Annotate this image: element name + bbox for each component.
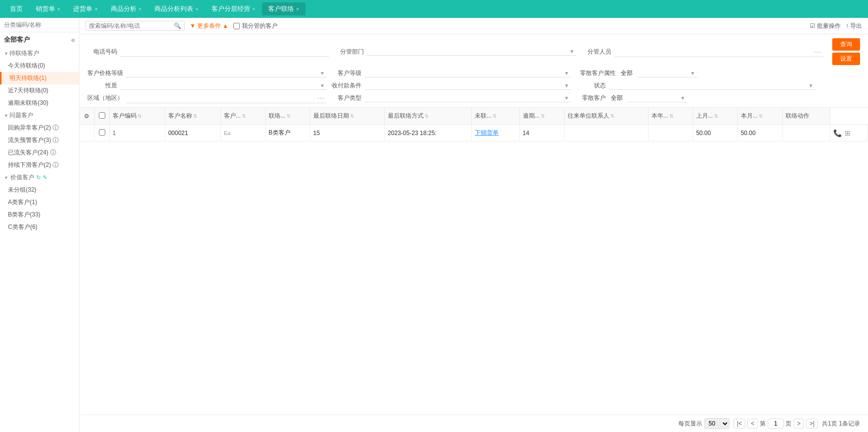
filter-payment: 收付款条件 ▼ bbox=[332, 81, 571, 90]
sort-this-year-icon[interactable]: ⇅ bbox=[669, 113, 673, 119]
contact-method-link[interactable]: 下销货单 bbox=[475, 129, 499, 136]
phone-input[interactable] bbox=[120, 47, 329, 57]
sidebar-item-tomorrow[interactable]: 明天待联络(1) bbox=[0, 72, 79, 84]
action-grid-icon[interactable]: ⊞ bbox=[845, 129, 851, 137]
retail-customer-arrow: ▼ bbox=[680, 95, 685, 101]
current-page-input[interactable] bbox=[768, 419, 784, 429]
payment-select[interactable]: ▼ bbox=[364, 82, 571, 90]
row-select-checkbox[interactable] bbox=[99, 129, 105, 136]
nav-customer-contact[interactable]: 客户联络 × bbox=[262, 2, 305, 15]
nav-purchase-close[interactable]: × bbox=[94, 6, 97, 12]
sort-type-icon[interactable]: ⇅ bbox=[242, 113, 246, 119]
nature-select[interactable]: ▼ bbox=[120, 82, 327, 90]
sidebar-item-week7[interactable]: 近7天待联络(0) bbox=[0, 84, 79, 97]
nav-product-analysis[interactable]: 商品分析 × bbox=[105, 2, 147, 15]
nav-sales[interactable]: 销货单 × bbox=[30, 2, 66, 15]
settings-button[interactable]: 设置 bbox=[832, 53, 860, 65]
filter-search-input[interactable] bbox=[89, 22, 172, 29]
settings-gear-icon[interactable]: ⚙ bbox=[84, 113, 89, 120]
sidebar-item-repurchase[interactable]: 回购异常客户(2) ⓘ bbox=[0, 122, 79, 134]
page-suffix: 页 bbox=[786, 420, 792, 428]
sidebar-item-ungrouped[interactable]: 未分组(32) bbox=[0, 184, 79, 196]
nav-sales-close[interactable]: × bbox=[57, 6, 60, 12]
region-select[interactable]: ··· bbox=[126, 93, 327, 103]
th-last-month: 上月... ⇅ bbox=[693, 108, 737, 125]
group-pending-contact[interactable]: 待联络客户 bbox=[0, 47, 79, 60]
sidebar-item-declining[interactable]: 持续下滑客户(2) ⓘ bbox=[0, 159, 79, 171]
retail-customer-select[interactable]: ▼ bbox=[628, 94, 687, 102]
row-this-year: 50.00 bbox=[693, 125, 737, 142]
next-page-btn[interactable]: > bbox=[794, 419, 804, 429]
sidebar-item-class-b[interactable]: B类客户(33) bbox=[0, 209, 79, 221]
sidebar-item-today[interactable]: 今天待联络(0) bbox=[0, 60, 79, 72]
sort-last-month-icon[interactable]: ⇅ bbox=[714, 113, 718, 119]
footer-pagination: 每页显示 10 20 50 100 |< < 第 页 > >| 共1页 1条记录 bbox=[79, 415, 868, 432]
all-customers-title[interactable]: 全部客户 « bbox=[0, 32, 79, 47]
filter-bar-right: ☑ 批量操作 ↑ 导出 bbox=[810, 22, 862, 30]
price-level-label: 客户价格等级 bbox=[87, 69, 123, 77]
th-contact-count: 联络... ⇅ bbox=[265, 108, 310, 125]
sort-contact-count-icon[interactable]: ⇅ bbox=[287, 113, 290, 119]
nav-product-analysis-list-close[interactable]: × bbox=[195, 6, 198, 12]
status-select[interactable]: ▼ bbox=[609, 82, 815, 90]
sort-this-month-icon[interactable]: ⇅ bbox=[759, 113, 763, 119]
top-nav: 首页 销货单 × 进货单 × 商品分析 × 商品分析列表 × 客户分层经营 × … bbox=[0, 0, 868, 18]
retail-attr-select[interactable]: ▼ bbox=[638, 70, 697, 77]
nav-customer-contact-close[interactable]: × bbox=[296, 6, 299, 12]
sort-code-icon[interactable]: ⇅ bbox=[138, 113, 142, 119]
sidebar-item-lost[interactable]: 已流失客户(24) ⓘ bbox=[0, 146, 79, 159]
sort-company-contact-icon[interactable]: ⇅ bbox=[610, 113, 614, 119]
nav-home[interactable]: 首页 bbox=[4, 2, 29, 15]
dept-select[interactable]: ▼ bbox=[367, 48, 576, 56]
nav-customer-stratification-close[interactable]: × bbox=[252, 6, 255, 12]
more-conditions-btn[interactable]: ▼ 更多条件 ▲ bbox=[190, 22, 228, 30]
th-last-contact-date: 最后联络日期 ⇅ bbox=[310, 108, 384, 125]
nav-product-analysis-list[interactable]: 商品分析列表 × bbox=[148, 2, 204, 15]
batch-ops-btn[interactable]: ☑ 批量操作 bbox=[810, 22, 841, 30]
sidebar-item-warning[interactable]: 流失预警客户(3) ⓘ bbox=[0, 134, 79, 146]
filter-search-icon[interactable]: 🔍 bbox=[174, 22, 181, 29]
customer-type-arrow: ▼ bbox=[564, 95, 569, 101]
nav-purchase[interactable]: 进货单 × bbox=[67, 2, 103, 15]
action-phone-icon[interactable]: 📞 bbox=[833, 129, 842, 137]
retail-attr-arrow: ▼ bbox=[690, 71, 695, 76]
row-index: 1 bbox=[109, 125, 165, 142]
retail-attr-prefix: 全部 bbox=[619, 68, 635, 78]
th-company-contact: 往来单位联系人 ⇅ bbox=[564, 108, 648, 125]
nav-product-analysis-close[interactable]: × bbox=[139, 6, 142, 12]
sort-last-method-icon[interactable]: ⇅ bbox=[425, 113, 429, 119]
last-page-btn[interactable]: >| bbox=[806, 419, 818, 429]
sidebar-item-class-c[interactable]: C类客户(6) bbox=[0, 221, 79, 233]
sidebar-search-input[interactable] bbox=[4, 21, 78, 28]
person-select[interactable]: ··· bbox=[614, 47, 823, 57]
payment-arrow: ▼ bbox=[564, 83, 569, 88]
sort-not-contacted-icon[interactable]: ⇅ bbox=[493, 113, 497, 119]
row-actions: 📞 ⊞ bbox=[830, 125, 868, 142]
page-prefix: 第 bbox=[760, 420, 766, 428]
sidebar-item-overdue[interactable]: 逾期未联络(30) bbox=[0, 97, 79, 109]
page-size-select[interactable]: 10 20 50 100 bbox=[704, 418, 729, 429]
content-area: 🔍 ▼ 更多条件 ▲ 我分管的客户 ☑ 批量操作 ↑ 导出 bbox=[79, 18, 868, 432]
my-customers-check[interactable] bbox=[233, 23, 240, 29]
query-button[interactable]: 查询 bbox=[832, 38, 860, 51]
customer-level-select[interactable]: ▼ bbox=[364, 70, 571, 77]
sort-name-icon[interactable]: ⇅ bbox=[193, 113, 197, 119]
my-customers-checkbox[interactable]: 我分管的客户 bbox=[233, 22, 278, 30]
sort-last-date-icon[interactable]: ⇅ bbox=[350, 113, 354, 119]
group-problem-customers[interactable]: 问题客户 bbox=[0, 109, 79, 122]
select-all-checkbox[interactable] bbox=[99, 112, 105, 119]
filter-row-2: 客户价格等级 ▼ 客户等级 ▼ 零散客户属性 全部 bbox=[87, 68, 860, 78]
th-last-contact-method: 最后联络方式 ⇅ bbox=[384, 108, 471, 125]
prev-page-btn[interactable]: < bbox=[747, 419, 758, 429]
th-overdue: 逾期... ⇅ bbox=[519, 108, 564, 125]
export-btn[interactable]: ↑ 导出 bbox=[846, 22, 862, 30]
sidebar-item-class-a[interactable]: A类客户(1) bbox=[0, 196, 79, 209]
nav-customer-stratification[interactable]: 客户分层经营 × bbox=[206, 2, 261, 15]
group-value-customers[interactable]: 价值客户 ↻ ✎ bbox=[0, 171, 79, 184]
customer-type-label: 客户类型 bbox=[332, 94, 362, 102]
customer-type-select[interactable]: ▼ bbox=[364, 94, 571, 102]
price-level-select[interactable]: ▼ bbox=[126, 70, 327, 77]
first-page-btn[interactable]: |< bbox=[733, 419, 745, 429]
page-size-selector: 每页显示 10 20 50 100 bbox=[678, 418, 729, 429]
sort-overdue-icon[interactable]: ⇅ bbox=[541, 113, 545, 119]
